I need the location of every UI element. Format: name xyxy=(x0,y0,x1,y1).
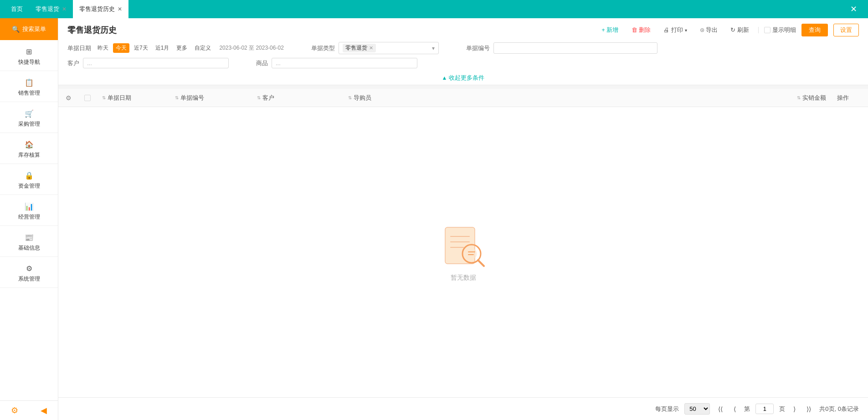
new-button[interactable]: + 新增 xyxy=(598,24,622,36)
toolbar-divider xyxy=(758,27,759,33)
pagination-page-input[interactable] xyxy=(755,404,774,414)
th-date-label: 单据日期 xyxy=(108,94,131,102)
pagination-last-button[interactable]: ⟩⟩ xyxy=(804,405,814,414)
filter-area: 单据日期 昨天 今天 近7天 近1月 更多 自定义 2023-06-02 至 2… xyxy=(67,42,859,85)
sort-customer-icon[interactable]: ⇅ xyxy=(257,95,261,100)
export-button[interactable]: ⊙ 导出 xyxy=(696,24,722,36)
tab-retail-return-history-close[interactable]: ✕ xyxy=(118,6,122,12)
filter-type-container[interactable]: 零售退货 ✕ ▾ xyxy=(339,42,439,54)
th-setting[interactable]: ⚙ xyxy=(58,94,78,102)
tab-home[interactable]: 首页 xyxy=(5,0,29,18)
filter-goods-label: 商品 xyxy=(256,59,268,67)
search-icon: 🔍 xyxy=(12,26,20,33)
date-btn-1month[interactable]: 近1月 xyxy=(153,43,172,53)
operations-mgmt-icon: 📊 xyxy=(24,201,34,211)
sidebar-item-operations-mgmt[interactable]: 📊 经营管理 xyxy=(0,195,58,226)
top-bar: 首页 零售退货 ✕ 零售退货历史 ✕ ✕ xyxy=(0,0,868,18)
filter-row-2: 客户 ... 商品 ... xyxy=(67,58,859,68)
tab-list: 首页 零售退货 ✕ 零售退货历史 ✕ xyxy=(5,0,847,18)
sidebar-item-inventory-label: 库存核算 xyxy=(18,151,40,159)
date-btn-yesterday[interactable]: 昨天 xyxy=(95,43,111,53)
sidebar-search-label: 搜索菜单 xyxy=(22,25,46,33)
sidebar-item-finance-mgmt[interactable]: 🔒 资金管理 xyxy=(0,164,58,195)
filter-date-label: 单据日期 xyxy=(67,44,91,52)
sidebar-item-purchase-mgmt[interactable]: 🛒 采购管理 xyxy=(0,102,58,133)
filter-type-tag: 零售退货 ✕ xyxy=(343,44,376,52)
filter-no-input[interactable] xyxy=(493,42,657,54)
settings-icon[interactable]: ⚙ xyxy=(11,405,18,415)
date-btn-today[interactable]: 今天 xyxy=(113,43,129,53)
sort-no-icon[interactable]: ⇅ xyxy=(175,95,179,100)
sort-guide-icon[interactable]: ⇅ xyxy=(348,95,352,100)
collapse-filter-button[interactable]: ▲ 收起更多条件 xyxy=(67,72,859,85)
sort-amount-icon[interactable]: ⇅ xyxy=(797,95,801,100)
collapse-sidebar-icon[interactable]: ◀ xyxy=(41,405,47,415)
delete-button-label: 🗑 删除 xyxy=(632,26,651,34)
sidebar-item-quick-nav[interactable]: ⊞ 快捷导航 xyxy=(0,40,58,71)
date-btn-more[interactable]: 更多 xyxy=(174,43,190,53)
delete-button[interactable]: 🗑 删除 xyxy=(628,24,655,36)
table-check-all[interactable] xyxy=(84,95,91,101)
pagination-per-page-select[interactable]: 10 20 50 100 xyxy=(684,403,710,415)
filter-goods-container[interactable]: ... xyxy=(272,58,417,68)
query-button[interactable]: 查询 xyxy=(801,24,828,36)
filter-type-tag-remove[interactable]: ✕ xyxy=(369,45,373,51)
sidebar-item-system-mgmt[interactable]: ⚙ 系统管理 xyxy=(0,257,58,288)
pagination-per-page-label: 每页显示 xyxy=(655,405,679,413)
table-container: ⚙ ⇅ 单据日期 ⇅ 单据编号 ⇅ 客户 ⇅ xyxy=(58,89,868,420)
th-check[interactable] xyxy=(78,95,97,101)
sidebar-search[interactable]: 🔍 搜索菜单 xyxy=(0,18,58,40)
date-btn-custom[interactable]: 自定义 xyxy=(192,43,214,53)
quick-nav-icon: ⊞ xyxy=(24,46,34,56)
pagination-next-button[interactable]: ⟩ xyxy=(791,405,798,414)
th-action: 操作 xyxy=(832,94,868,102)
collapse-icon: ▲ xyxy=(442,75,447,81)
filter-customer-container[interactable]: ... xyxy=(83,58,229,68)
filter-type-label: 单据类型 xyxy=(311,44,335,52)
table-settings-icon[interactable]: ⚙ xyxy=(66,94,72,102)
pagination-bar: 每页显示 10 20 50 100 ⟨⟨ ⟨ 第 页 ⟩ ⟩⟩ 共0页, 0条记… xyxy=(58,397,868,420)
settings-button[interactable]: 设置 xyxy=(833,24,859,36)
sidebar-item-inventory[interactable]: 🏠 库存核算 xyxy=(0,133,58,164)
print-dropdown-icon: ▾ xyxy=(685,28,687,33)
window-close-button[interactable]: ✕ xyxy=(847,4,861,14)
page-title-row: 零售退货历史 + 新增 🗑 删除 🖨 打印 ▾ ⊙ 导出 xyxy=(67,24,859,36)
tab-retail-return[interactable]: 零售退货 ✕ xyxy=(29,0,73,18)
page-header: 零售退货历史 + 新增 🗑 删除 🖨 打印 ▾ ⊙ 导出 xyxy=(58,18,868,85)
display-checkbox[interactable] xyxy=(764,27,770,33)
new-button-label: + 新增 xyxy=(601,26,618,34)
sidebar-item-sales-label: 销售管理 xyxy=(18,89,40,97)
th-amount-label: 实销金额 xyxy=(802,94,826,102)
basic-info-icon: 📰 xyxy=(24,232,34,242)
system-mgmt-icon: ⚙ xyxy=(24,263,34,273)
sidebar-item-basic-info[interactable]: 📰 基础信息 xyxy=(0,226,58,257)
tab-retail-return-history[interactable]: 零售退货历史 ✕ xyxy=(73,0,128,18)
filter-customer-label: 客户 xyxy=(67,59,79,67)
sidebar-item-operations-label: 经营管理 xyxy=(18,213,40,221)
empty-illustration xyxy=(436,223,491,268)
filter-type-tag-text: 零售退货 xyxy=(345,44,367,52)
filter-date-buttons: 昨天 今天 近7天 近1月 更多 自定义 xyxy=(95,43,214,53)
sidebar-item-finance-label: 资金管理 xyxy=(18,182,40,190)
filter-date-range: 2023-06-02 至 2023-06-02 xyxy=(219,44,283,52)
date-btn-7days[interactable]: 近7天 xyxy=(131,43,151,53)
sidebar-item-sales-mgmt[interactable]: 📋 销售管理 xyxy=(0,71,58,102)
tab-retail-return-label: 零售退货 xyxy=(36,5,59,13)
display-detail-button[interactable]: 显示明细 xyxy=(764,26,796,34)
refresh-button[interactable]: ↻ 刷新 xyxy=(727,24,753,36)
tab-home-label: 首页 xyxy=(11,5,23,13)
content-area: 零售退货历史 + 新增 🗑 删除 🖨 打印 ▾ ⊙ 导出 xyxy=(58,18,868,420)
pagination-first-button[interactable]: ⟨⟨ xyxy=(715,405,725,414)
th-no-label: 单据编号 xyxy=(180,94,204,102)
pagination-page-suffix: 页 xyxy=(779,405,785,413)
filter-type-dropdown-icon[interactable]: ▾ xyxy=(432,45,435,51)
sidebar-item-system-label: 系统管理 xyxy=(18,275,40,283)
th-date: ⇅ 单据日期 xyxy=(97,94,169,102)
table-header: ⚙ ⇅ 单据日期 ⇅ 单据编号 ⇅ 客户 ⇅ xyxy=(58,89,868,107)
toolbar: + 新增 🗑 删除 🖨 打印 ▾ ⊙ 导出 ↻ 刷新 xyxy=(598,24,859,36)
tab-retail-return-close[interactable]: ✕ xyxy=(62,6,67,12)
sales-mgmt-icon: 📋 xyxy=(24,77,34,87)
pagination-prev-button[interactable]: ⟨ xyxy=(731,405,739,414)
print-button[interactable]: 🖨 打印 ▾ xyxy=(660,24,691,36)
sort-date-icon[interactable]: ⇅ xyxy=(102,95,106,100)
